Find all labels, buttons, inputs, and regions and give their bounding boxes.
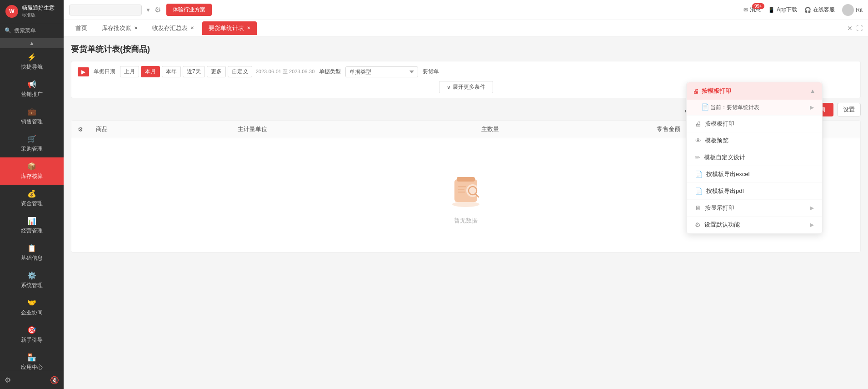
date-btn-more[interactable]: 更多 [207,66,226,77]
template-custom-item[interactable]: ✏ 模板自定义设计 [687,149,822,166]
sidebar-item-system[interactable]: ⚙️ 系统管理 [0,267,64,294]
tab-inventory-batch[interactable]: 库存批次账 ✕ [95,21,144,35]
scroll-up-btn[interactable]: ▲ [0,38,64,48]
messages-btn[interactable]: ✉ 消息 99+ [743,6,761,14]
order-type-select[interactable]: 单据类型 [345,66,418,77]
tab-close-order-stats[interactable]: ✕ [247,25,250,30]
tab-receipt-summary[interactable]: 收发存汇总表 ✕ [146,21,200,35]
sidebar-item-finance[interactable]: 💰 资金管理 [0,185,64,212]
tab-order-stats[interactable]: 要货单统计表 ✕ [202,21,257,35]
tab-home[interactable]: 首页 [69,21,94,35]
basic-icon: 📋 [27,244,36,253]
tab-close-receipt-summary[interactable]: ✕ [190,25,194,30]
order-type-label: 单据类型 [319,68,341,76]
tab-close-inventory-batch[interactable]: ✕ [134,25,138,30]
online-support-btn[interactable]: 🎧 在线客服 [804,6,835,14]
topbar: ▼ ⚙ 体验行业方案 ✉ 消息 99+ 📱 App下载 🎧 在线客服 Rit [64,0,868,20]
set-default-icon: ⚙ [695,221,701,228]
date-btn-this-year[interactable]: 本年 [162,66,181,77]
display-print-arrow: ▶ [810,205,814,211]
app-download-btn[interactable]: 📱 App下载 [768,6,797,14]
date-range-display: 2023-06-01 至 2023-06-30 [256,68,315,75]
user-avatar[interactable]: Rit [842,4,863,16]
col-quantity: 主数量 [475,121,651,138]
template-custom-icon: ✏ [695,154,700,161]
app-icon: 📱 [768,7,775,13]
template-export-excel-item[interactable]: 📄 按模板导出excel [687,166,822,183]
template-export-excel-icon: 📄 [695,171,703,178]
print-dropdown-close-btn[interactable]: ▲ [809,87,816,95]
col-product: 商品 [90,121,231,138]
sidebar-item-guide[interactable]: 🎯 新手引导 [0,321,64,349]
guide-icon: 🎯 [27,326,36,334]
order-category-label: 要货单 [423,68,439,76]
operations-icon: 📊 [27,217,36,225]
settings-btn[interactable]: 设置 [837,103,861,116]
svg-rect-7 [458,189,464,190]
display-print-icon: 🖥 [695,204,701,212]
appstore-icon: 🏪 [27,353,36,362]
date-btn-7days[interactable]: 近7天 [183,66,205,77]
display-print-left: 🖥 按显示打印 [695,204,734,212]
purchase-icon: 🛒 [27,135,36,143]
print-dropdown-header: 🖨 按模板打印 ▲ [687,82,822,100]
app-logo-text: 畅赢通好生意 标准版 [22,5,55,18]
sidebar-item-purchase[interactable]: 🛒 采购管理 [0,130,64,157]
svg-rect-8 [458,192,465,193]
current-template-left: 📄 当前：要货单统计表 [701,103,759,111]
tab-close-all-btn[interactable]: ✕ [847,25,853,32]
system-icon: ⚙️ [27,271,36,280]
sidebar-nav: ▲ ⚡ 快捷导航 📢 营销推广 💼 销售管理 🛒 采购管理 📦 库存核算 💰 资… [0,38,64,371]
sidebar-search[interactable]: 🔍 搜索菜单 [0,23,64,38]
col-settings[interactable]: ⚙ [71,121,90,138]
finance-icon: 💰 [27,189,36,198]
date-filter-label: 单据日期 [94,68,115,76]
set-default-item[interactable]: ⚙ 设置默认功能 ▶ [687,217,822,233]
date-btn-last-month[interactable]: 上月 [120,66,139,77]
set-default-left: ⚙ 设置默认功能 [695,221,740,229]
sidebar: W 畅赢通好生意 标准版 🔍 搜索菜单 ▲ ⚡ 快捷导航 📢 营销推广 💼 销售… [0,0,64,389]
topbar-dropdown-arrow[interactable]: ▼ [145,7,151,13]
tab-fullscreen-btn[interactable]: ⛶ [856,25,863,32]
template-preview-item[interactable]: 👁 模板预览 [687,132,822,149]
sidebar-item-operations[interactable]: 📊 经营管理 [0,212,64,239]
svg-point-0 [452,202,479,207]
filter-row: ▶ 单据日期 上月 本月 本年 近7天 更多 自定义 2023-06-01 至 … [78,66,854,77]
empty-text: 暂无数据 [454,217,478,225]
topbar-gear-icon[interactable]: ⚙ [155,5,161,14]
audio-footer-icon[interactable]: 🔇 [50,376,59,384]
template-print-item[interactable]: 🖨 按模板打印 [687,116,822,132]
filter-expand-btn[interactable]: ▶ [78,67,89,76]
sidebar-item-collab[interactable]: 🤝 企业协同 [0,294,64,321]
svg-rect-2 [457,177,475,182]
current-template-icon: 📄 [701,103,709,111]
svg-rect-6 [458,186,466,187]
sidebar-item-sales[interactable]: 💼 销售管理 [0,103,64,130]
search-icon: 🔍 [5,27,11,34]
empty-icon [443,166,489,211]
current-template-item[interactable]: 📄 当前：要货单统计表 ▶ [687,100,822,116]
sidebar-item-appstore[interactable]: 🏪 应用中心 [0,349,64,371]
message-icon: ✉ [743,7,748,13]
settings-footer-icon[interactable]: ⚙ [5,376,11,384]
template-print-icon: 🖨 [695,120,701,127]
expand-more-icon: ∨ [447,84,451,91]
print-dropdown: 🖨 按模板打印 ▲ 📄 当前：要货单统计表 ▶ 🖨 按模板打印 👁 模板预览 [686,82,823,234]
current-template-arrow: ▶ [810,104,814,111]
sidebar-logo: W 畅赢通好生意 标准版 [0,0,64,23]
template-export-pdf-icon: 📄 [695,187,703,195]
expand-more-btn[interactable]: ∨ 展开更多条件 [439,81,493,93]
topbar-search-input[interactable] [69,5,142,15]
date-btn-this-month[interactable]: 本月 [141,66,160,77]
sidebar-item-inventory[interactable]: 📦 库存核算 [0,157,64,185]
col-unit: 主计量单位 [231,121,475,138]
trial-btn[interactable]: 体验行业方案 [166,4,212,16]
date-btn-custom[interactable]: 自定义 [228,66,252,77]
template-export-pdf-item[interactable]: 📄 按模板导出pdf [687,183,822,200]
app-logo-icon: W [5,5,18,18]
sidebar-item-quick-nav[interactable]: ⚡ 快捷导航 [0,48,64,76]
sidebar-item-marketing[interactable]: 📢 营销推广 [0,76,64,103]
sidebar-item-basic[interactable]: 📋 基础信息 [0,239,64,267]
display-print-item[interactable]: 🖥 按显示打印 ▶ [687,200,822,217]
set-default-arrow: ▶ [810,222,814,228]
